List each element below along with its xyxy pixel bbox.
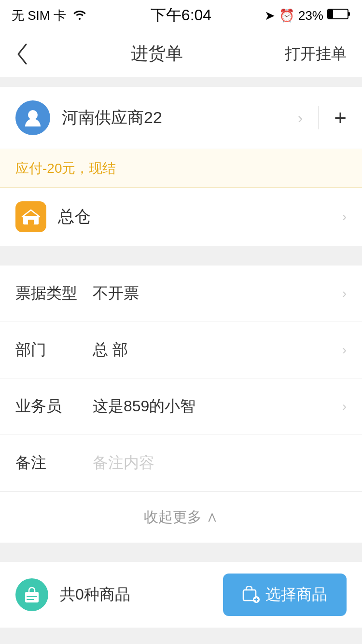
- add-supplier-button[interactable]: +: [334, 106, 347, 130]
- warehouse-name: 总仓: [58, 206, 342, 228]
- invoice-row[interactable]: 票据类型 不开票 ›: [0, 266, 362, 322]
- supplier-avatar: [15, 100, 50, 135]
- section-gap-3: [0, 543, 362, 552]
- page-title: 进货单: [131, 42, 183, 66]
- warehouse-row[interactable]: 总仓 ›: [0, 188, 362, 246]
- invoice-chevron-icon: ›: [342, 286, 347, 301]
- salesperson-chevron-icon: ›: [342, 399, 347, 414]
- product-bag-icon: [15, 578, 48, 611]
- supplier-chevron-icon: ›: [298, 109, 303, 127]
- invoice-value: 不开票: [83, 283, 342, 304]
- warehouse-icon: [15, 201, 46, 232]
- warehouse-chevron-icon: ›: [342, 209, 347, 224]
- dept-chevron-icon: ›: [342, 342, 347, 358]
- salesperson-row[interactable]: 业务员 这是859的小智 ›: [0, 378, 362, 435]
- wifi-icon: [71, 8, 88, 23]
- alarm-icon: ⏰: [279, 8, 294, 23]
- section-gap-2: [0, 246, 362, 256]
- bottom-bar: 共0种商品 选择商品: [0, 562, 362, 628]
- notice-text: 应付-20元，现结: [15, 161, 116, 176]
- open-pending-button[interactable]: 打开挂单: [285, 43, 347, 65]
- notice-banner: 应付-20元，现结: [0, 149, 362, 188]
- location-icon: ➤: [265, 8, 275, 23]
- remark-placeholder[interactable]: 备注内容: [83, 452, 347, 474]
- svg-rect-2: [348, 12, 350, 16]
- select-product-label: 选择商品: [265, 584, 327, 605]
- remark-row[interactable]: 备注 备注内容: [0, 435, 362, 491]
- dept-row[interactable]: 部门 总 部 ›: [0, 322, 362, 378]
- battery-icon: [327, 8, 350, 24]
- form-section: 票据类型 不开票 › 部门 总 部 › 业务员 这是859的小智 › 备注 备注…: [0, 266, 362, 543]
- select-product-button[interactable]: 选择商品: [223, 574, 347, 616]
- supplier-name: 河南供应商22: [62, 107, 298, 129]
- svg-rect-5: [28, 220, 34, 224]
- section-gap-1: [0, 77, 362, 87]
- status-left: 无 SIM 卡: [12, 7, 88, 24]
- dept-label: 部门: [15, 339, 83, 361]
- svg-rect-1: [328, 10, 333, 18]
- product-count-text: 共0种商品: [60, 584, 211, 605]
- salesperson-value: 这是859的小智: [83, 396, 342, 417]
- carrier-text: 无 SIM 卡: [12, 7, 66, 24]
- back-button[interactable]: [15, 42, 29, 66]
- nav-bar: 进货单 打开挂单: [0, 31, 362, 77]
- dept-value: 总 部: [83, 339, 342, 361]
- supplier-section: 河南供应商22 › + 应付-20元，现结 总仓 ›: [0, 87, 362, 246]
- status-time: 下午6:04: [151, 5, 211, 26]
- supplier-row[interactable]: 河南供应商22 › +: [0, 87, 362, 149]
- svg-point-3: [28, 110, 38, 120]
- status-right: ➤ ⏰ 23%: [265, 8, 350, 24]
- remark-label: 备注: [15, 452, 83, 474]
- page-background: [0, 628, 362, 644]
- collapse-label: 收起更多 ∧: [144, 507, 218, 527]
- supplier-divider: [318, 106, 319, 129]
- collapse-row[interactable]: 收起更多 ∧: [0, 491, 362, 543]
- battery-text: 23%: [298, 8, 323, 23]
- invoice-label: 票据类型: [15, 283, 83, 304]
- salesperson-label: 业务员: [15, 396, 83, 417]
- status-bar: 无 SIM 卡 下午6:04 ➤ ⏰ 23%: [0, 0, 362, 31]
